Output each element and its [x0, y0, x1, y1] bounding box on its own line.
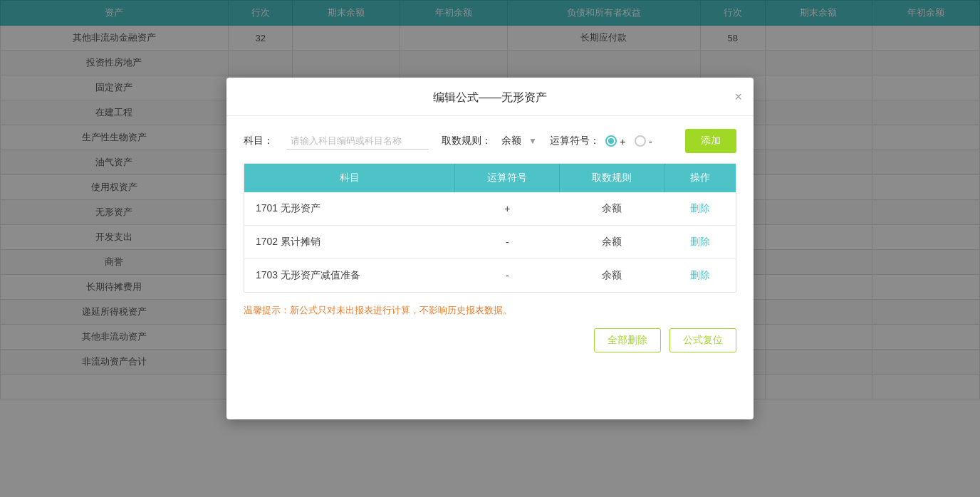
hint-text: 温馨提示：新公式只对未出报表进行计算，不影响历史报表数据。 [244, 305, 512, 315]
subject-cell: 1703 无形资产减值准备 [244, 259, 455, 293]
fetch-rule-label: 取数规则： [442, 135, 491, 147]
dropdown-arrow-icon: ▼ [528, 136, 537, 146]
rule-cell: 余额 [560, 192, 664, 226]
modal-footer: 全部删除 公式复位 [226, 323, 754, 355]
action-cell: 删除 [664, 259, 736, 293]
formula-table-row: 1703 无形资产减值准备-余额删除 [244, 259, 736, 293]
formula-table: 科目运算符号取数规则操作 1701 无形资产+余额删除1702 累计摊销-余额删… [244, 164, 736, 292]
operator-label: 运算符号： [550, 135, 600, 147]
operator-cell: - [455, 259, 560, 293]
delete-row-link[interactable]: 删除 [690, 202, 710, 214]
operator-radio-group: + - [605, 135, 652, 147]
fetch-rule-value: 余额 [497, 132, 526, 150]
radio-minus-label: - [649, 135, 652, 147]
table-header-cell: 取数规则 [560, 164, 664, 192]
fetch-rule-section: 取数规则： 余额 ▼ [442, 132, 537, 150]
subject-label: 科目： [244, 135, 273, 147]
radio-plus-circle [605, 135, 617, 147]
operator-cell: + [455, 192, 560, 226]
table-header-cell: 运算符号 [455, 164, 560, 192]
formula-table-row: 1702 累计摊销-余额删除 [244, 226, 736, 259]
subject-cell: 1702 累计摊销 [244, 226, 455, 259]
radio-minus-circle [635, 135, 646, 147]
reset-formula-button[interactable]: 公式复位 [669, 328, 736, 352]
table-header-cell: 操作 [664, 164, 736, 192]
action-cell: 删除 [664, 226, 736, 259]
fetch-rule-select[interactable]: 余额 ▼ [497, 132, 537, 150]
table-header-cell: 科目 [244, 164, 455, 192]
action-cell: 删除 [664, 192, 736, 226]
formula-form: 科目： 取数规则： 余额 ▼ 运算符号： + - [226, 116, 754, 163]
rule-cell: 余额 [560, 226, 664, 259]
modal-dialog: 编辑公式——无形资产 × 科目： 取数规则： 余额 ▼ 运算符号： + [226, 78, 754, 419]
operator-section: 运算符号： + - [550, 135, 652, 147]
modal-overlay: 编辑公式——无形资产 × 科目： 取数规则： 余额 ▼ 运算符号： + [0, 0, 980, 497]
delete-all-button[interactable]: 全部删除 [594, 328, 661, 352]
radio-minus[interactable]: - [635, 135, 652, 147]
formula-table-row: 1701 无形资产+余额删除 [244, 192, 736, 226]
operator-cell: - [455, 226, 560, 259]
radio-plus-label: + [620, 135, 626, 147]
modal-header: 编辑公式——无形资产 × [226, 78, 754, 116]
modal-close-button[interactable]: × [734, 90, 742, 103]
radio-plus[interactable]: + [605, 135, 626, 147]
delete-row-link[interactable]: 删除 [690, 236, 710, 247]
subject-input[interactable] [286, 132, 429, 150]
formula-table-wrap: 科目运算符号取数规则操作 1701 无形资产+余额删除1702 累计摊销-余额删… [244, 163, 736, 293]
hint-row: 温馨提示：新公式只对未出报表进行计算，不影响历史报表数据。 [226, 293, 754, 323]
add-button[interactable]: 添加 [685, 129, 736, 153]
modal-title: 编辑公式——无形资产 [433, 90, 547, 105]
rule-cell: 余额 [560, 259, 664, 293]
subject-cell: 1701 无形资产 [244, 192, 455, 226]
delete-row-link[interactable]: 删除 [690, 269, 710, 281]
